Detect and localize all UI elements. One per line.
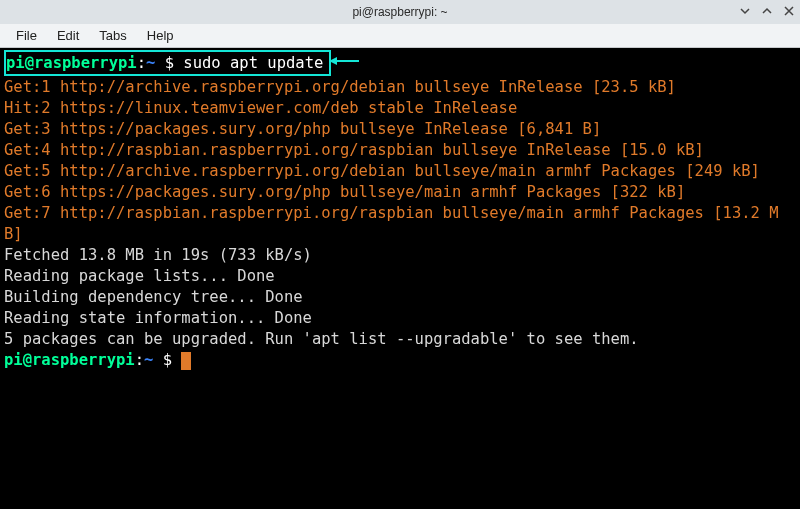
close-icon[interactable]: [784, 5, 794, 19]
prompt-path: ~: [146, 54, 155, 72]
maximize-icon[interactable]: [762, 5, 772, 19]
output-line: Hit:2 https://linux.teamviewer.com/deb s…: [4, 99, 517, 117]
output-line: Get:3 https://packages.sury.org/php bull…: [4, 120, 601, 138]
prompt-user-host: pi@raspberrypi: [4, 351, 135, 369]
prompt-sep: :: [137, 54, 146, 72]
command-highlight: pi@raspberrypi:~ $ sudo apt update: [4, 50, 331, 76]
output-line: 5 packages can be upgraded. Run 'apt lis…: [4, 330, 639, 348]
output-line: Get:4 http://raspbian.raspberrypi.org/ra…: [4, 141, 704, 159]
titlebar-controls: [740, 0, 794, 24]
titlebar[interactable]: pi@raspberrypi: ~: [0, 0, 800, 24]
minimize-icon[interactable]: [740, 5, 750, 19]
svg-marker-1: [329, 57, 337, 65]
output-line: Building dependency tree... Done: [4, 288, 303, 306]
command-text: sudo apt update: [183, 54, 323, 72]
terminal-window: pi@raspberrypi: ~ File Edit Tabs Help pi…: [0, 0, 800, 509]
output-line: Reading state information... Done: [4, 309, 312, 327]
menu-help[interactable]: Help: [139, 26, 182, 45]
prompt-path: ~: [144, 351, 153, 369]
output-line: Get:6 https://packages.sury.org/php bull…: [4, 183, 685, 201]
prompt-sep: :: [135, 351, 144, 369]
output-line: Get:7 http://raspbian.raspberrypi.org/ra…: [4, 204, 779, 243]
prompt-user-host: pi@raspberrypi: [6, 54, 137, 72]
window-title: pi@raspberrypi: ~: [352, 5, 447, 19]
arrow-annotation-icon: [329, 51, 359, 77]
cursor-icon: [181, 352, 191, 370]
output-line: Reading package lists... Done: [4, 267, 275, 285]
terminal-area[interactable]: pi@raspberrypi:~ $ sudo apt update Get:1…: [0, 48, 800, 509]
output-line: Fetched 13.8 MB in 19s (733 kB/s): [4, 246, 312, 264]
menubar: File Edit Tabs Help: [0, 24, 800, 48]
prompt-dollar: $: [155, 54, 183, 72]
menu-tabs[interactable]: Tabs: [91, 26, 134, 45]
menu-edit[interactable]: Edit: [49, 26, 87, 45]
prompt-dollar: $: [153, 351, 181, 369]
menu-file[interactable]: File: [8, 26, 45, 45]
output-line: Get:5 http://archive.raspberrypi.org/deb…: [4, 162, 760, 180]
output-line: Get:1 http://archive.raspberrypi.org/deb…: [4, 78, 676, 96]
